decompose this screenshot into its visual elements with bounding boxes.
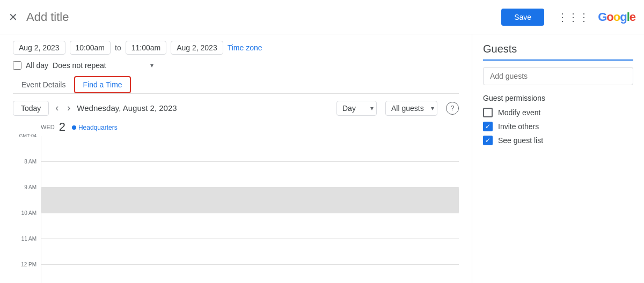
guest-view-select[interactable]: All guests <box>385 101 437 116</box>
permission-row-see-list: ✓ See guest list <box>483 136 633 145</box>
top-bar: ✕ Save ⋮⋮⋮ Google <box>0 0 644 34</box>
timezone-button[interactable]: Time zone <box>228 43 262 52</box>
today-button[interactable]: Today <box>13 101 49 116</box>
repeat-select-wrapper: Does not repeat Every day Every week on … <box>53 61 155 70</box>
help-icon[interactable]: ? <box>446 102 459 115</box>
event-block[interactable] <box>41 188 459 213</box>
google-logo: Google <box>598 10 635 24</box>
hq-dot-icon <box>72 125 76 130</box>
right-panel: Guests Guest permissions Modify event ✓ … <box>472 34 644 283</box>
grid-area[interactable] <box>41 136 459 283</box>
modify-event-checkbox[interactable] <box>483 108 493 117</box>
main-content: Aug 2, 2023 10:00am to 11:00am Aug 2, 20… <box>0 34 644 283</box>
day-header: WED 2 Headquarters <box>13 120 459 134</box>
invite-others-checkbox[interactable]: ✓ <box>483 122 493 131</box>
modify-event-label: Modify event <box>498 108 540 117</box>
tab-find-a-time[interactable]: Find a Time <box>74 76 130 93</box>
checkmark-icon: ✓ <box>485 123 491 130</box>
calendar-date-label: Wednesday, August 2, 2023 <box>77 103 332 113</box>
time-slot-8am: 8 AM <box>13 162 41 188</box>
date-time-row: Aug 2, 2023 10:00am to 11:00am Aug 2, 20… <box>13 41 459 55</box>
grid-line-5 <box>41 239 459 265</box>
calendar-body: WED 2 Headquarters GMT-04 8 AM <box>13 120 459 283</box>
guest-permissions-title: Guest permissions <box>483 94 633 102</box>
next-nav-button[interactable]: › <box>65 100 72 116</box>
permission-row-invite: ✓ Invite others <box>483 122 633 131</box>
to-label: to <box>115 43 121 52</box>
time-slot-12pm: 12 PM <box>13 265 41 283</box>
hq-event[interactable]: Headquarters <box>70 124 118 131</box>
grid-line-4 <box>41 213 459 239</box>
close-button[interactable]: ✕ <box>9 12 18 23</box>
time-slot-9am: 9 AM <box>13 188 41 213</box>
allday-label: All day <box>26 61 48 70</box>
guest-view-wrapper: All guests ▾ <box>385 101 437 116</box>
grid-line-6 <box>41 265 459 283</box>
checkmark-icon-2: ✓ <box>485 137 491 144</box>
start-time-button[interactable]: 10:00am <box>70 41 111 55</box>
save-button[interactable]: Save <box>501 9 544 26</box>
left-panel: Aug 2, 2023 10:00am to 11:00am Aug 2, 20… <box>0 34 472 283</box>
see-guest-list-checkbox[interactable]: ✓ <box>483 136 493 145</box>
permission-row-modify: Modify event <box>483 108 633 117</box>
view-select[interactable]: Day Week Month <box>336 101 377 116</box>
time-slot-11am: 11 AM <box>13 239 41 265</box>
end-date-button[interactable]: Aug 2, 2023 <box>171 41 223 55</box>
add-guests-input[interactable] <box>483 67 633 85</box>
tab-event-details[interactable]: Event Details <box>13 76 74 93</box>
hq-event-label: Headquarters <box>78 124 118 131</box>
day-number-label: 2 <box>59 120 65 134</box>
guests-title: Guests <box>483 43 633 61</box>
see-guest-list-label: See guest list <box>498 136 543 145</box>
grid-line-1 <box>41 136 459 162</box>
end-time-button[interactable]: 11:00am <box>126 41 166 55</box>
repeat-select[interactable]: Does not repeat Every day Every week on … <box>53 61 155 70</box>
prev-nav-button[interactable]: ‹ <box>53 100 61 116</box>
title-input[interactable] <box>26 10 501 24</box>
view-select-wrapper: Day Week Month ▾ <box>336 101 377 116</box>
time-grid: GMT-04 8 AM 9 AM 10 AM 11 AM 1 <box>13 136 459 283</box>
invite-others-label: Invite others <box>498 122 539 131</box>
time-slot-gmt: GMT-04 <box>13 136 41 162</box>
time-slot-10am: 10 AM <box>13 213 41 239</box>
day-of-week-label: WED <box>41 124 55 130</box>
time-labels: GMT-04 8 AM 9 AM 10 AM 11 AM 1 <box>13 136 41 283</box>
start-date-button[interactable]: Aug 2, 2023 <box>13 41 65 55</box>
allday-checkbox[interactable] <box>13 61 21 70</box>
tabs-row: Event Details Find a Time <box>13 76 459 94</box>
calendar-toolbar: Today ‹ › Wednesday, August 2, 2023 Day … <box>13 100 459 116</box>
google-apps-icon[interactable]: ⋮⋮⋮ <box>557 11 589 24</box>
allday-row: All day Does not repeat Every day Every … <box>13 61 459 70</box>
grid-line-2 <box>41 162 459 188</box>
